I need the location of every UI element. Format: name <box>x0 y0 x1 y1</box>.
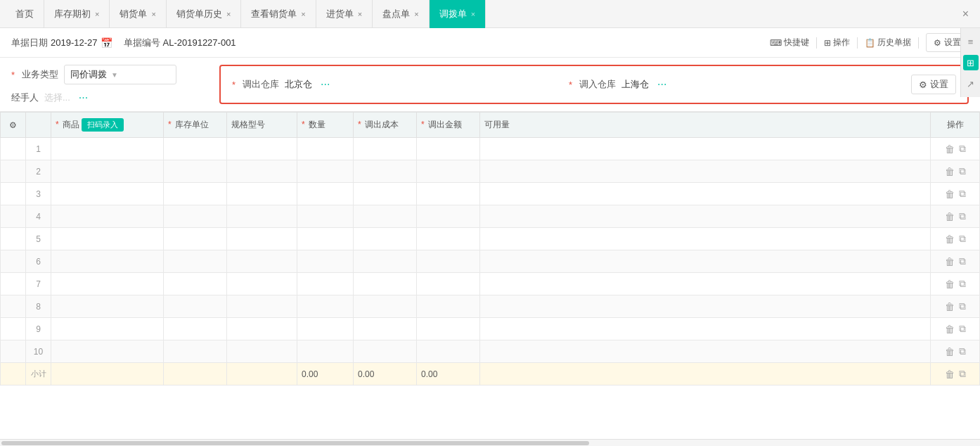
delete-icon[interactable]: 🗑 <box>945 144 955 155</box>
row-unit-cell[interactable] <box>164 250 227 273</box>
operation-button[interactable]: ⊞ 操作 <box>824 37 850 49</box>
row-qty-cell[interactable] <box>297 340 354 363</box>
copy-icon[interactable]: ⧉ <box>959 143 966 155</box>
copy-icon[interactable]: ⧉ <box>959 368 966 380</box>
transfer-in-more-button[interactable]: ··· <box>657 78 666 91</box>
copy-icon[interactable]: ⧉ <box>959 210 966 222</box>
row-spec-cell[interactable] <box>227 295 297 318</box>
row-unit-cell[interactable] <box>164 318 227 340</box>
row-qty-cell[interactable] <box>297 183 354 205</box>
row-qty-cell[interactable] <box>297 295 354 318</box>
copy-icon[interactable]: ⧉ <box>959 323 966 335</box>
row-spec-cell[interactable] <box>227 340 297 363</box>
row-cost-cell[interactable] <box>354 183 417 205</box>
calendar-icon[interactable]: 📅 <box>101 37 112 49</box>
delete-icon[interactable]: 🗑 <box>945 324 955 335</box>
sidebar-expand-icon[interactable]: ⊞ <box>963 55 979 70</box>
scan-button[interactable]: 扫码录入 <box>82 118 124 132</box>
row-product-cell[interactable] <box>51 160 164 183</box>
person-more-button[interactable]: ··· <box>79 91 88 104</box>
row-unit-cell[interactable] <box>164 295 227 318</box>
row-amount-cell[interactable] <box>417 138 480 160</box>
tab-stock-take[interactable]: 盘点单 × <box>373 0 429 28</box>
row-cost-cell[interactable] <box>354 340 417 363</box>
row-spec-cell[interactable] <box>227 273 297 295</box>
tab-close-view-sales[interactable]: × <box>301 10 305 18</box>
row-qty-cell[interactable] <box>297 160 354 183</box>
tab-close-sales-order[interactable]: × <box>151 10 155 18</box>
tab-sales-history[interactable]: 销货单历史 × <box>167 0 241 28</box>
row-spec-cell[interactable] <box>227 138 297 160</box>
row-product-cell[interactable] <box>51 340 164 363</box>
row-product-cell[interactable] <box>51 228 164 250</box>
row-amount-cell[interactable] <box>417 318 480 340</box>
tab-close-sales-history[interactable]: × <box>226 10 231 18</box>
tab-transfer-order[interactable]: 调拨单 × <box>430 0 486 28</box>
history-button[interactable]: 📋 历史单据 <box>865 37 911 49</box>
row-spec-cell[interactable] <box>227 205 297 228</box>
row-qty-cell[interactable] <box>297 318 354 340</box>
row-amount-cell[interactable] <box>417 250 480 273</box>
row-cost-cell[interactable] <box>354 318 417 340</box>
tab-inventory-init[interactable]: 库存期初 × <box>44 0 110 28</box>
row-amount-cell[interactable] <box>417 160 480 183</box>
sidebar-external-link-icon[interactable]: ↗ <box>963 76 979 91</box>
row-cost-cell[interactable] <box>354 160 417 183</box>
copy-icon[interactable]: ⧉ <box>959 278 966 290</box>
row-cost-cell[interactable] <box>354 228 417 250</box>
row-product-cell[interactable] <box>51 295 164 318</box>
row-amount-cell[interactable] <box>417 183 480 205</box>
tab-sales-order[interactable]: 销货单 × <box>110 0 166 28</box>
delete-icon[interactable]: 🗑 <box>945 279 955 290</box>
row-cost-cell[interactable] <box>354 138 417 160</box>
row-unit-cell[interactable] <box>164 183 227 205</box>
transfer-out-more-button[interactable]: ··· <box>321 78 330 91</box>
row-qty-cell[interactable] <box>297 205 354 228</box>
row-unit-cell[interactable] <box>164 138 227 160</box>
copy-icon[interactable]: ⧉ <box>959 165 966 177</box>
person-placeholder[interactable]: 选择... <box>44 91 70 104</box>
tab-view-sales[interactable]: 查看销货单 × <box>241 0 316 28</box>
tab-purchase-order[interactable]: 进货单 × <box>316 0 373 28</box>
scrollbar-thumb[interactable] <box>1 441 589 445</box>
horizontal-scrollbar[interactable] <box>0 439 980 446</box>
transfer-out-value[interactable]: 北京仓 <box>285 78 312 91</box>
row-spec-cell[interactable] <box>227 183 297 205</box>
window-close-button[interactable]: × <box>962 8 969 20</box>
transfer-in-value[interactable]: 上海仓 <box>621 78 649 91</box>
row-cost-cell[interactable] <box>354 205 417 228</box>
row-product-cell[interactable] <box>51 138 164 160</box>
tab-close-transfer-order[interactable]: × <box>471 10 475 18</box>
row-cost-cell[interactable] <box>354 250 417 273</box>
tab-close-purchase-order[interactable]: × <box>358 10 362 18</box>
row-product-cell[interactable] <box>51 183 164 205</box>
row-amount-cell[interactable] <box>417 228 480 250</box>
row-unit-cell[interactable] <box>164 205 227 228</box>
row-qty-cell[interactable] <box>297 228 354 250</box>
copy-icon[interactable]: ⧉ <box>959 188 966 200</box>
delete-icon[interactable]: 🗑 <box>945 166 955 177</box>
row-product-cell[interactable] <box>51 250 164 273</box>
row-spec-cell[interactable] <box>227 228 297 250</box>
warehouse-settings-button[interactable]: ⚙ 设置 <box>911 75 956 94</box>
table-settings-icon[interactable]: ⚙ <box>9 120 17 130</box>
copy-icon[interactable]: ⧉ <box>959 345 966 357</box>
delete-icon[interactable]: 🗑 <box>945 234 955 245</box>
row-cost-cell[interactable] <box>354 273 417 295</box>
copy-icon[interactable]: ⧉ <box>959 233 966 245</box>
shortcut-button[interactable]: ⌨ 快捷键 <box>770 37 809 49</box>
row-spec-cell[interactable] <box>227 250 297 273</box>
tab-close-stock-take[interactable]: × <box>414 10 418 18</box>
delete-icon[interactable]: 🗑 <box>945 346 955 357</box>
row-product-cell[interactable] <box>51 205 164 228</box>
tab-close-inventory-init[interactable]: × <box>95 10 99 18</box>
delete-icon[interactable]: 🗑 <box>945 369 955 380</box>
row-product-cell[interactable] <box>51 273 164 295</box>
row-spec-cell[interactable] <box>227 318 297 340</box>
row-amount-cell[interactable] <box>417 295 480 318</box>
row-qty-cell[interactable] <box>297 138 354 160</box>
row-unit-cell[interactable] <box>164 340 227 363</box>
row-cost-cell[interactable] <box>354 295 417 318</box>
row-unit-cell[interactable] <box>164 228 227 250</box>
row-spec-cell[interactable] <box>227 160 297 183</box>
